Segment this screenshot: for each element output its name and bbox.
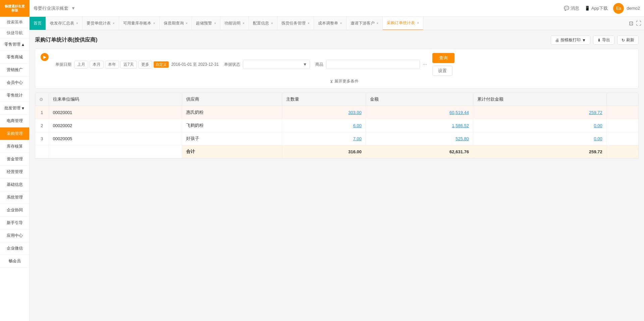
tab-receive-pay[interactable]: 收发存汇总表 × bbox=[46, 17, 83, 30]
date-btn-this-year[interactable]: 本年 bbox=[105, 61, 119, 68]
date-btn-more[interactable]: 更多 bbox=[138, 61, 152, 68]
tab-close-purchase-stats[interactable]: × bbox=[417, 21, 419, 25]
row-supplier-2: 飞鹤奶粉 bbox=[182, 119, 282, 132]
tab-goods-stats[interactable]: 要货单统计表 × bbox=[83, 17, 119, 30]
date-btn-last-month[interactable]: 上月 bbox=[74, 61, 88, 68]
message-icon: 💬 bbox=[564, 6, 569, 11]
page-actions: 🖨 按模板打印 ▼ ⬇ 导出 ↻ 刷新 bbox=[551, 36, 639, 45]
row-amount-1[interactable]: 60,519.44 bbox=[366, 106, 473, 119]
date-btn-7days[interactable]: 近7天 bbox=[120, 61, 137, 68]
export-icon: ⬇ bbox=[597, 38, 601, 43]
date-btn-this-month[interactable]: 本月 bbox=[90, 61, 104, 68]
app-download-icon: 📱 bbox=[585, 6, 590, 11]
sidebar-item-inventory[interactable]: 库存核算 bbox=[0, 140, 29, 153]
export-button[interactable]: ⬇ 导出 bbox=[593, 36, 614, 45]
tab-close-config-info[interactable]: × bbox=[271, 21, 273, 25]
tab-shelf-life[interactable]: 保质期查询 × bbox=[160, 17, 192, 30]
tab-restore-icon[interactable]: ⊡ bbox=[629, 20, 633, 26]
tab-overstock[interactable]: 超储预警 × bbox=[192, 17, 220, 30]
header-right: 💬 消息 📱 App下载 Ea demo2 bbox=[564, 3, 640, 14]
tab-invite-customer[interactable]: 邀请下游客户 × bbox=[346, 17, 383, 30]
sidebar-item-quick-nav[interactable]: 快捷导航 bbox=[0, 28, 29, 38]
tab-close-inventory-book[interactable]: × bbox=[153, 21, 155, 25]
sidebar-item-operation[interactable]: 经营管理 bbox=[0, 166, 29, 178]
tab-config-info[interactable]: 配置信息 × bbox=[249, 17, 277, 30]
tab-close-task-mgmt[interactable]: × bbox=[308, 21, 310, 25]
row-quantity-3[interactable]: 7.00 bbox=[282, 132, 366, 145]
goods-label: 商品 bbox=[315, 62, 323, 67]
tab-purchase-stats[interactable]: 采购订单统计表 × bbox=[383, 17, 423, 30]
tab-cost-adjust[interactable]: 成本调整单 × bbox=[314, 17, 346, 30]
sidebar-item-guide[interactable]: 新手引导 bbox=[0, 217, 29, 229]
workspace-dropdown-icon[interactable]: ▼ bbox=[71, 6, 75, 11]
row-amount-2[interactable]: 1,586.52 bbox=[366, 119, 473, 132]
row-num-1: 1 bbox=[35, 106, 49, 119]
tab-close-invite-customer[interactable]: × bbox=[377, 21, 379, 25]
goods-input[interactable] bbox=[326, 60, 420, 69]
sidebar-item-retail-shop[interactable]: 零售商城 bbox=[0, 51, 29, 64]
tab-task-mgmt[interactable]: 拣货任务管理 × bbox=[277, 17, 314, 30]
row-quantity-1[interactable]: 303.00 bbox=[282, 106, 366, 119]
goods-more-icon[interactable]: ··· bbox=[423, 61, 427, 67]
message-btn[interactable]: 💬 消息 bbox=[564, 5, 579, 11]
settings-button[interactable]: 设置 bbox=[432, 66, 452, 76]
sidebar-item-system[interactable]: 系统管理 bbox=[0, 191, 29, 204]
status-label: 单据状态 bbox=[224, 62, 240, 67]
refresh-icon: ↻ bbox=[622, 38, 625, 43]
tab-inventory-book[interactable]: 可用量库存账本 × bbox=[119, 17, 160, 30]
user-avatar[interactable]: Ea demo2 bbox=[613, 3, 640, 14]
tab-close-goods-stats[interactable]: × bbox=[113, 21, 115, 25]
sidebar-item-retail-stats[interactable]: 零售统计 bbox=[0, 89, 29, 102]
date-custom-badge: 自定义 bbox=[154, 61, 169, 68]
row-amount-3[interactable]: 525.80 bbox=[366, 132, 473, 145]
tab-close-shelf-life[interactable]: × bbox=[186, 21, 188, 25]
row-paid-2[interactable]: 0.00 bbox=[473, 119, 606, 132]
sidebar-item-search[interactable]: 搜索英单 bbox=[0, 17, 29, 28]
sidebar-item-basic-info[interactable]: 基础信息 bbox=[0, 178, 29, 191]
row-quantity-2[interactable]: 6.00 bbox=[282, 119, 366, 132]
refresh-button[interactable]: ↻ 刷新 bbox=[617, 36, 639, 45]
toggle-arrow[interactable]: ▶ bbox=[41, 53, 49, 61]
status-select[interactable]: ▼ bbox=[243, 60, 310, 69]
tab-close-cost-adjust[interactable]: × bbox=[340, 21, 342, 25]
row-paid-1[interactable]: 259.72 bbox=[473, 106, 606, 119]
settings-icon[interactable]: ⚙ bbox=[39, 97, 43, 102]
sidebar-item-member[interactable]: 会员中心 bbox=[0, 76, 29, 89]
footer-quantity: 316.00 bbox=[282, 145, 366, 158]
sidebar-item-wholesale[interactable]: 批发管理 ▼ bbox=[0, 102, 29, 115]
footer-label: 合计 bbox=[182, 145, 282, 158]
col-extra bbox=[606, 93, 638, 106]
expand-button[interactable]: ⊻ 展开更多条件 bbox=[330, 78, 359, 84]
tab-close-overstock[interactable]: × bbox=[214, 21, 216, 25]
tab-home[interactable]: 首页 bbox=[30, 17, 46, 30]
sidebar-item-finance[interactable]: 资金管理 bbox=[0, 153, 29, 166]
app-download-btn[interactable]: 📱 App下载 bbox=[585, 5, 608, 11]
filter-area: ▶ 单据日期 上月 本月 本年 近7天 更多 自定义 bbox=[35, 49, 639, 89]
sidebar-item-wechat[interactable]: 企业微信 bbox=[0, 242, 29, 255]
tab-close-func-desc[interactable]: × bbox=[243, 21, 245, 25]
filter-row: 单据日期 上月 本月 本年 近7天 更多 自定义 2016-01-01 至 20… bbox=[55, 53, 633, 76]
date-label: 单据日期 bbox=[55, 62, 71, 67]
sidebar-item-retail-mgmt[interactable]: 零售管理 ▲ bbox=[0, 38, 29, 51]
tab-bar-actions: ⊡ ⛶ bbox=[629, 20, 644, 26]
table-header-row: ⚙ 往来单位编码 供应商 主数量 金额 累计付款金额 bbox=[35, 93, 638, 106]
row-paid-3[interactable]: 0.00 bbox=[473, 132, 606, 145]
print-button[interactable]: 🖨 按模板打印 ▼ bbox=[551, 36, 590, 45]
tab-func-desc[interactable]: 功能说明 × bbox=[220, 17, 249, 30]
sidebar-item-member2[interactable]: 畅会员 bbox=[0, 255, 29, 268]
tab-bar: 首页 收发存汇总表 × 要货单统计表 × 可用量库存账本 × 保质期查询 × 超… bbox=[30, 17, 644, 30]
sidebar-item-ecommerce[interactable]: 电商管理 bbox=[0, 115, 29, 127]
tab-fullscreen-icon[interactable]: ⛶ bbox=[636, 20, 641, 26]
date-buttons: 上月 本月 本年 近7天 更多 自定义 bbox=[74, 61, 169, 68]
sidebar-item-enterprise[interactable]: 企业协同 bbox=[0, 204, 29, 217]
sidebar-item-purchase[interactable]: 采购管理 bbox=[0, 127, 29, 140]
table-row: 1 00020001 惠氏奶粉 303.00 60,519.44 259.72 bbox=[35, 106, 638, 119]
tab-close-receive-pay[interactable]: × bbox=[76, 21, 78, 25]
sidebar-item-app-center[interactable]: 应用中心 bbox=[0, 229, 29, 242]
page-title-bar: 采购订单统计表(按供应商) 🖨 按模板打印 ▼ ⬇ 导出 ↻ 刷新 bbox=[35, 36, 639, 45]
row-supplier-3: 好孩子 bbox=[182, 132, 282, 145]
row-code-1: 00020001 bbox=[49, 106, 182, 119]
query-button[interactable]: 查询 bbox=[432, 53, 454, 63]
sidebar-item-marketing[interactable]: 营销推广 bbox=[0, 64, 29, 76]
table-container: ⚙ 往来单位编码 供应商 主数量 金额 累计付款金额 1 00020001 bbox=[35, 93, 639, 159]
